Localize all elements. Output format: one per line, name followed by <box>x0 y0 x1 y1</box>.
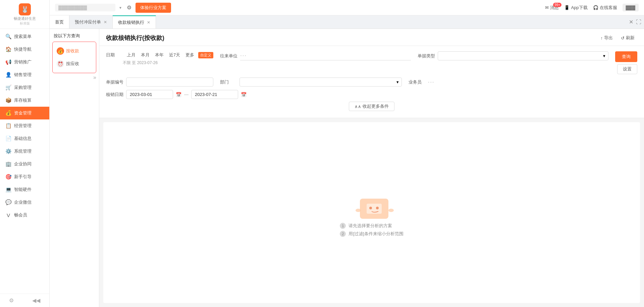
filter-by-receipt[interactable]: 💰 按收款 <box>53 45 96 57</box>
bill-no-label: 单据编号 <box>106 79 123 85</box>
sidebar-item-operations[interactable]: 📋经营管理 <box>0 119 49 132</box>
svg-point-4 <box>356 209 361 212</box>
bill-no-input[interactable] <box>126 78 213 87</box>
staff-dots[interactable]: ··· <box>428 79 434 85</box>
receipt-icon: 💰 <box>57 47 64 55</box>
settings-icon[interactable]: ⚙ <box>9 297 14 304</box>
messages-btn[interactable]: ✉ 消息 99+ <box>545 5 559 11</box>
cal-start-icon[interactable]: 📅 <box>176 92 181 97</box>
sidebar-item-sales[interactable]: 👤销售管理 <box>0 68 49 81</box>
tab-receivables-close[interactable]: ✕ <box>147 20 150 25</box>
sidebar-item-inventory[interactable]: 📦库存核算 <box>0 94 49 107</box>
enterprise-icon: 🏢 <box>5 161 11 167</box>
enterprise-label: 企业协同 <box>14 161 32 167</box>
refresh-btn[interactable]: ↺ 刷新 <box>618 34 637 42</box>
tab-expand-icon[interactable]: ⛶ <box>636 19 641 25</box>
logo-area: 🐰 畅捷通好生意 标准版 <box>0 0 49 29</box>
mobile-icon: 📱 <box>564 5 570 10</box>
sidebar-bottom: ⚙ ◀◀ <box>0 294 49 307</box>
empty-illustration <box>355 189 388 219</box>
shortcut-7days[interactable]: 近7天 <box>168 51 181 59</box>
user-menu[interactable]: ▓▓▓ <box>623 4 639 11</box>
date-label: 日期 <box>106 52 123 58</box>
sidebar-item-member[interactable]: V畅会员 <box>0 209 49 221</box>
logo-icon: 🐰 <box>19 3 31 15</box>
filter-box: 💰 按收款 ⏰ 按应收 <box>52 42 96 73</box>
message-icon: ✉ <box>545 5 549 10</box>
sidebar-item-hardware[interactable]: 💻智能硬件 <box>0 183 49 196</box>
empty-state: 1 请先选择要分析的方案 2 用[过滤]条件来缩小分析范围 <box>103 122 640 303</box>
sidebar-item-capital[interactable]: 💰资金管理 <box>0 107 49 119</box>
tab-home[interactable]: 首页 <box>50 15 69 29</box>
collapse-more-label: 收起更多条件 <box>363 103 389 109</box>
bill-type-select[interactable]: ▾ <box>438 51 608 60</box>
dept-select[interactable]: ▾ <box>239 78 402 87</box>
header-gear-icon[interactable]: ⚙ <box>127 4 131 11</box>
verify-date-start[interactable] <box>126 90 173 99</box>
filter-by-receivable-label: 按应收 <box>66 61 79 67</box>
sidebar-item-shortcuts[interactable]: 🏠快捷导航 <box>0 43 49 56</box>
tab-prepay[interactable]: 预付冲应付单 ✕ <box>69 15 113 29</box>
tab-close-all-icon[interactable]: ✕ <box>629 19 633 25</box>
filter-collapse-btn[interactable]: » <box>50 73 99 82</box>
hardware-icon: 💻 <box>5 187 11 193</box>
brand-name: 畅捷通好生意 <box>14 16 36 21</box>
collapse-more-btn[interactable]: ∧∧ 收起更多条件 <box>349 102 394 111</box>
operations-icon: 📋 <box>5 123 11 129</box>
bill-type-label: 单据类型 <box>418 53 435 59</box>
filter-by-receivable[interactable]: ⏰ 按应收 <box>53 57 96 70</box>
sidebar-item-wechat[interactable]: 💬企业微信 <box>0 196 49 209</box>
app-download-label: App下载 <box>571 5 587 11</box>
page-title-actions: ↑ 导出 ↺ 刷新 <box>598 34 638 42</box>
staff-label: 业务员 <box>409 79 425 85</box>
app-download-btn[interactable]: 📱 App下载 <box>564 5 587 11</box>
shortcut-last-month[interactable]: 上月 <box>125 51 137 59</box>
sidebar-item-marketing[interactable]: 📢营销推广 <box>0 56 49 68</box>
system-label: 系统管理 <box>14 148 32 154</box>
shortcut-more[interactable]: 更多 <box>184 51 196 59</box>
sidebar-item-enterprise[interactable]: 🏢企业协同 <box>0 158 49 170</box>
sidebar-item-basic[interactable]: 📄基础信息 <box>0 132 49 145</box>
collapse-arrow-icon: » <box>93 74 96 81</box>
headset-icon: 🎧 <box>593 5 598 10</box>
query-btn[interactable]: 查询 <box>615 51 637 62</box>
date-custom-badge[interactable]: 自定义 <box>198 52 213 58</box>
capital-label: 资金管理 <box>14 110 32 116</box>
cal-end-icon[interactable]: 📅 <box>241 92 247 97</box>
inventory-label: 库存核算 <box>14 97 32 103</box>
shortcut-this-month[interactable]: 本月 <box>140 51 151 59</box>
basic-label: 基础信息 <box>14 136 32 142</box>
svg-point-2 <box>369 207 372 209</box>
tab-prepay-label: 预付冲应付单 <box>75 19 101 25</box>
shortcuts-icon: 🏠 <box>5 46 11 52</box>
online-service-label: 在线客服 <box>600 5 617 11</box>
sidebar-item-search[interactable]: 🔍搜索菜单 <box>0 30 49 43</box>
shortcut-this-year[interactable]: 本年 <box>154 51 165 59</box>
guide-icon: 🎯 <box>5 174 11 180</box>
verify-date-end[interactable] <box>191 90 238 99</box>
sales-icon: 👤 <box>5 72 11 78</box>
filter-title: 按以下方查询 <box>50 33 99 42</box>
header-search-area[interactable]: ▓▓▓▓▓▓▓▓▓ <box>55 4 115 11</box>
industry-btn[interactable]: 体验行业方案 <box>136 3 171 13</box>
sidebar-item-guide[interactable]: 🎯新手引导 <box>0 170 49 183</box>
tab-prepay-close[interactable]: ✕ <box>104 20 107 24</box>
basic-icon: 📄 <box>5 136 11 142</box>
tab-receivables-label: 收款核销执行 <box>118 19 144 25</box>
collapse-more-area: ∧∧ 收起更多条件 <box>106 99 637 112</box>
sidebar-item-system[interactable]: ⚙️系统管理 <box>0 145 49 158</box>
setting-btn[interactable]: 设置 <box>617 64 637 74</box>
export-btn[interactable]: ↑ 导出 <box>598 34 616 42</box>
date-shortcuts: 上月 本月 本年 近7天 更多 自定义 <box>125 51 213 59</box>
online-service-btn[interactable]: 🎧 在线客服 <box>593 5 617 11</box>
svg-point-5 <box>388 209 394 212</box>
counterparty-label: 往来单位 <box>220 53 237 59</box>
dept-label: 部门 <box>220 79 237 85</box>
filter-panel: 按以下方查询 💰 按收款 ⏰ 按应收 » <box>50 29 99 307</box>
collapse-icon[interactable]: ◀◀ <box>32 297 40 304</box>
sidebar-item-purchase[interactable]: 🛒采购管理 <box>0 81 49 94</box>
marketing-icon: 📢 <box>5 59 11 65</box>
counterparty-dots[interactable]: ··· <box>240 53 247 58</box>
tab-receivables[interactable]: 收款核销执行 ✕ <box>113 15 156 29</box>
header-dropdown-icon[interactable]: ▾ <box>119 5 121 10</box>
